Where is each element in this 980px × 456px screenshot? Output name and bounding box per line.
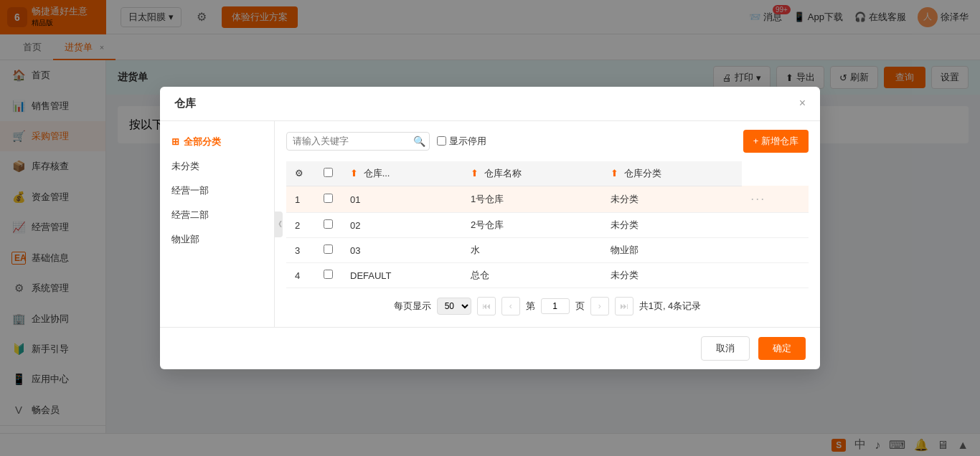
confirm-btn[interactable]: 确定: [758, 337, 806, 360]
cat-ops1[interactable]: 经营一部: [160, 179, 274, 203]
pagination-bar: 每页显示 50 ⏮ ‹ 第 页 › ⏭ 共1页, 4条记录: [286, 288, 809, 318]
row-select[interactable]: [324, 270, 333, 279]
table-row[interactable]: 1 01 1号仓库 未分类 ···: [286, 186, 809, 213]
row-name: 2号仓库: [462, 213, 602, 238]
row-num: 4: [286, 263, 315, 288]
warehouse-table: ⚙ ⬆ 仓库... ⬆: [286, 161, 809, 289]
search-input[interactable]: [293, 136, 413, 146]
th-category: ⬆ 仓库分类: [602, 161, 742, 186]
total-label: 共1页, 4条记录: [639, 300, 702, 313]
table-body: 1 01 1号仓库 未分类 ··· 2 02 2: [286, 186, 809, 288]
sort-icon-name: ⬆: [471, 168, 479, 179]
row-code: 01: [341, 186, 462, 213]
page-label: 第: [526, 300, 535, 313]
row-category: 物业部: [602, 238, 742, 263]
cat-label: 未分类: [171, 160, 199, 173]
modal-overlay: 仓库 × ⊞ 全部分类 未分类 经营一部 经营二部: [0, 0, 980, 456]
table-row[interactable]: 2 02 2号仓库 未分类: [286, 213, 809, 238]
th-code: ⬆ 仓库...: [341, 161, 462, 186]
row-code: 02: [341, 213, 462, 238]
sort-icon: ⬆: [350, 168, 358, 179]
row-category: 未分类: [602, 263, 742, 288]
show-disabled-label[interactable]: 显示停用: [437, 135, 486, 148]
row-code: DEFAULT: [341, 263, 462, 288]
table-row[interactable]: 3 03 水 物业部: [286, 238, 809, 263]
row-name: 1号仓库: [462, 186, 602, 213]
warehouse-modal: 仓库 × ⊞ 全部分类 未分类 经营一部 经营二部: [160, 87, 820, 370]
search-box: 🔍: [286, 132, 430, 151]
collapse-panel-btn[interactable]: 《: [274, 212, 283, 237]
row-name: 水: [462, 238, 602, 263]
add-warehouse-btn[interactable]: + 新增仓库: [743, 130, 809, 153]
cat-all[interactable]: ⊞ 全部分类: [160, 130, 274, 154]
row-checkbox: [315, 186, 341, 213]
cat-ops2[interactable]: 经营二部: [160, 203, 274, 227]
row-actions[interactable]: [742, 263, 809, 288]
cat-label: 全部分类: [184, 136, 221, 148]
per-page-select[interactable]: 50: [437, 298, 471, 315]
modal-body: ⊞ 全部分类 未分类 经营一部 经营二部 物业部 《: [160, 121, 820, 328]
row-code: 03: [341, 238, 462, 263]
table-panel: 🔍 显示停用 + 新增仓库 ⚙: [275, 121, 820, 328]
gear-icon[interactable]: ⚙: [295, 168, 303, 179]
cat-label: 经营一部: [171, 184, 209, 197]
row-checkbox: [315, 263, 341, 288]
sort-icon-cat: ⬆: [611, 168, 618, 179]
cat-property[interactable]: 物业部: [160, 227, 274, 252]
select-all-checkbox[interactable]: [324, 168, 333, 177]
row-num: 2: [286, 213, 315, 238]
page-input[interactable]: [541, 298, 570, 314]
th-checkbox: [315, 161, 341, 186]
table-head: ⚙ ⬆ 仓库... ⬆: [286, 161, 809, 186]
row-select[interactable]: [324, 194, 333, 203]
th-gear: ⚙: [286, 161, 315, 186]
modal-footer: 取消 确定: [160, 327, 820, 369]
row-checkbox: [315, 238, 341, 263]
row-category: 未分类: [602, 186, 742, 213]
row-select[interactable]: [324, 244, 333, 254]
category-panel: ⊞ 全部分类 未分类 经营一部 经营二部 物业部 《: [160, 121, 275, 328]
table-container: ⚙ ⬆ 仓库... ⬆: [286, 161, 809, 289]
show-disabled-checkbox[interactable]: [437, 136, 446, 146]
row-select[interactable]: [324, 219, 333, 229]
row-actions[interactable]: [742, 213, 809, 238]
row-num: 1: [286, 186, 315, 213]
search-icon[interactable]: 🔍: [413, 136, 425, 147]
page-first-btn[interactable]: ⏮: [477, 297, 496, 315]
grid-icon: ⊞: [171, 136, 179, 147]
page-last-btn[interactable]: ⏭: [615, 297, 633, 315]
modal-close-btn[interactable]: ×: [799, 97, 806, 110]
row-checkbox: [315, 213, 341, 238]
page-prev-btn[interactable]: ‹: [501, 297, 520, 315]
th-name: ⬆ 仓库名称: [462, 161, 602, 186]
modal-title: 仓库: [174, 97, 196, 110]
table-row[interactable]: 4 DEFAULT 总仓 未分类: [286, 263, 809, 288]
row-category: 未分类: [602, 213, 742, 238]
row-num: 3: [286, 238, 315, 263]
page-suffix: 页: [575, 300, 585, 313]
page-next-btn[interactable]: ›: [590, 297, 609, 315]
modal-header: 仓库 ×: [160, 87, 820, 121]
row-actions[interactable]: [742, 238, 809, 263]
cancel-btn[interactable]: 取消: [701, 336, 750, 361]
cat-unclassified[interactable]: 未分类: [160, 154, 274, 179]
per-page-label: 每页显示: [394, 300, 431, 313]
cat-label: 物业部: [171, 233, 199, 246]
table-toolbar: 🔍 显示停用 + 新增仓库: [286, 130, 809, 153]
cat-label: 经营二部: [171, 209, 209, 222]
row-actions[interactable]: ···: [742, 186, 809, 213]
row-name: 总仓: [462, 263, 602, 288]
